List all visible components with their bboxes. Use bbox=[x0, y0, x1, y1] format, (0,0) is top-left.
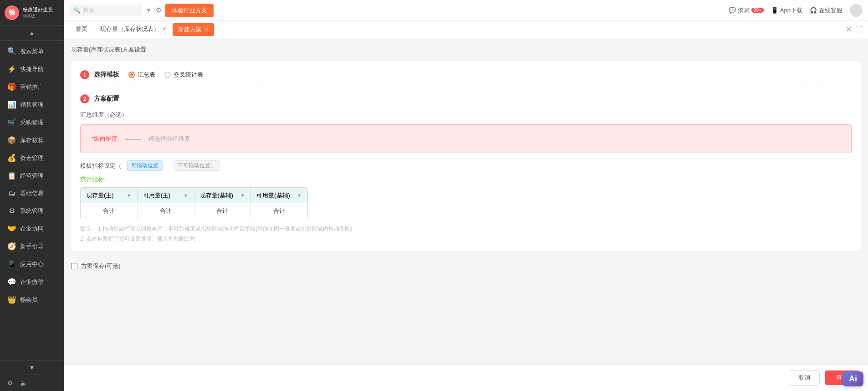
step2-header: 2 方案配置 bbox=[80, 94, 852, 103]
summary-dim-label: 汇总维度（必选） bbox=[80, 111, 852, 119]
stats-col-header[interactable]: 可用量(主)▼ bbox=[138, 188, 194, 203]
stats-col-header[interactable]: 现存量(基辅)▼ bbox=[194, 188, 251, 203]
stats-section: 统计指标 现存量(主)▼可用量(主)▼现存量(基辅)▼可用量(基辅)▼ 合计合计… bbox=[80, 175, 852, 221]
expand-panel-button[interactable]: ⛶ bbox=[855, 25, 863, 34]
sidebar-item-app-center[interactable]: 📱应用中心 bbox=[0, 255, 64, 273]
sidebar-item-basic[interactable]: 🗂基础信息 bbox=[0, 185, 64, 202]
sidebar-icon-sales: 📊 bbox=[7, 100, 16, 109]
tab-expand-controls: ✕ ⛶ bbox=[846, 25, 863, 34]
sidebar-item-wechat[interactable]: 💬企业微信 bbox=[0, 273, 64, 291]
sidebar-item-enterprise[interactable]: 🤝企业协同 bbox=[0, 220, 64, 237]
sidebar-footer: ⚙ 🔈 bbox=[0, 375, 64, 391]
sidebar-icon-basic: 🗂 bbox=[7, 189, 16, 197]
sidebar-label-purchase: 采购管理 bbox=[20, 118, 44, 127]
stats-table-body: 合计合计合计合计 bbox=[81, 203, 307, 219]
tab-home[interactable]: 首页 bbox=[69, 21, 94, 38]
stats-col-body: 合计 bbox=[81, 203, 138, 219]
messages-item[interactable]: 💬 消息 99+ bbox=[729, 6, 764, 15]
topbar-right: 💬 消息 99+ 📱 App下载 🎧 在线客服 bbox=[729, 4, 863, 17]
sidebar-item-management[interactable]: 📋经营管理 bbox=[0, 167, 64, 185]
sidebar-label-newbie: 新手引导 bbox=[20, 242, 44, 251]
tab-inventory[interactable]: 现存量（库存状况表） ✕ bbox=[94, 21, 173, 38]
topbar-gear-icon[interactable]: ⚙ bbox=[155, 6, 162, 15]
topbar: 🔍 搜索 ▼ ⚙ 体验行业方案 💬 消息 99+ 📱 App下载 🎧 在线客服 bbox=[64, 0, 868, 21]
tag-draggable: 可拖动位置 bbox=[127, 160, 163, 171]
sidebar: 畅 畅康通好生意 标准版 ▲ 🔍搜索菜单⚡快捷导航🎁营销推广📊销售管理🛒采购管理… bbox=[0, 0, 64, 391]
cancel-button[interactable]: 取消 bbox=[789, 370, 820, 386]
sidebar-icon-finance: 💰 bbox=[7, 154, 16, 162]
sidebar-item-inventory[interactable]: 📦库存核算 bbox=[0, 131, 64, 149]
sidebar-item-system[interactable]: ⚙系统管理 bbox=[0, 202, 64, 220]
plan-config-card: 1 选择模板 汇总表 交叉统计表 2 方案配置 bbox=[71, 61, 861, 251]
radio-cross[interactable]: 交叉统计表 bbox=[164, 71, 203, 79]
radio-cross-circle bbox=[164, 72, 171, 78]
save-label: 方案保存(可选) bbox=[81, 262, 121, 270]
topbar-dropdown-icon[interactable]: ▼ bbox=[146, 7, 152, 14]
close-panel-button[interactable]: ✕ bbox=[846, 25, 852, 34]
scroll-down-button[interactable]: ▼ bbox=[0, 362, 64, 373]
ai-float-button[interactable]: Ai bbox=[842, 371, 863, 386]
step1-header: 1 选择模板 汇总表 交叉统计表 bbox=[80, 70, 852, 79]
stats-table: 现存量(主)▼可用量(主)▼现存量(基辅)▼可用量(基辅)▼ 合计合计合计合计 bbox=[80, 187, 308, 219]
content-area: 现存量(库存状况表)方案设置 1 选择模板 汇总表 交叉统计表 bbox=[64, 38, 868, 364]
radio-summary[interactable]: 汇总表 bbox=[128, 71, 155, 79]
sidebar-item-newbie[interactable]: 🧭新手引导 bbox=[0, 237, 64, 255]
search-bar[interactable]: 🔍 搜索 bbox=[69, 5, 142, 16]
save-row: 方案保存(可选) bbox=[71, 257, 861, 276]
sidebar-icon-search: 🔍 bbox=[7, 47, 16, 56]
save-checkbox[interactable] bbox=[71, 263, 77, 269]
tag-fixed: 不可拖动位置） bbox=[174, 160, 220, 171]
audio-icon[interactable]: 🔈 bbox=[20, 380, 27, 386]
sidebar-label-search: 搜索菜单 bbox=[20, 47, 44, 56]
main-area: 🔍 搜索 ▼ ⚙ 体验行业方案 💬 消息 99+ 📱 App下载 🎧 在线客服 bbox=[64, 0, 868, 391]
dim-required-row[interactable]: *纵向维度 —— 请选择分组维度 bbox=[80, 124, 852, 153]
template-radio-group: 汇总表 交叉统计表 bbox=[128, 71, 203, 79]
sidebar-label-sales: 销售管理 bbox=[20, 101, 44, 109]
headset-icon: 🎧 bbox=[810, 7, 817, 14]
sidebar-item-marketing[interactable]: 🎁营销推广 bbox=[0, 78, 64, 96]
sidebar-logo: 畅 畅康通好生意 标准版 bbox=[0, 0, 64, 26]
logo-icon: 畅 bbox=[5, 5, 19, 20]
sidebar-label-member: 畅会员 bbox=[20, 296, 38, 304]
app-download-item[interactable]: 📱 App下载 bbox=[771, 6, 802, 15]
radio-summary-circle bbox=[128, 72, 135, 78]
scroll-up-button[interactable]: ▲ bbox=[0, 28, 64, 38]
sidebar-label-marketing: 营销推广 bbox=[20, 83, 44, 91]
stats-col-header[interactable]: 现存量(主)▼ bbox=[81, 188, 138, 203]
settings-icon[interactable]: ⚙ bbox=[7, 380, 13, 386]
sidebar-item-search[interactable]: 🔍搜索菜单 bbox=[0, 42, 64, 60]
sidebar-icon-inventory: 📦 bbox=[7, 136, 16, 144]
tab-new-plan[interactable]: 新建方案 ✕ bbox=[173, 23, 214, 36]
sidebar-label-finance: 资金管理 bbox=[20, 154, 44, 162]
chevron-down-icon: ▼ bbox=[127, 193, 132, 198]
sidebar-item-shortcut[interactable]: ⚡快捷导航 bbox=[0, 60, 64, 78]
industry-plan-button[interactable]: 体验行业方案 bbox=[165, 4, 214, 17]
sidebar-icon-member: 👑 bbox=[7, 295, 16, 304]
tabs-bar: 首页 现存量（库存状况表） ✕ 新建方案 ✕ ✕ ⛶ bbox=[64, 21, 868, 38]
sidebar-label-app-center: 应用中心 bbox=[20, 260, 44, 268]
close-new-plan-tab[interactable]: ✕ bbox=[204, 26, 209, 32]
logo-text: 畅康通好生意 标准版 bbox=[23, 6, 53, 19]
sidebar-icon-wechat: 💬 bbox=[7, 278, 16, 286]
sidebar-label-enterprise: 企业协同 bbox=[20, 225, 44, 233]
sidebar-label-inventory: 库存核算 bbox=[20, 136, 44, 144]
sidebar-item-purchase[interactable]: 🛒采购管理 bbox=[0, 113, 64, 131]
stats-col-header[interactable]: 可用量(基辅)▼ bbox=[251, 188, 307, 203]
step2-number: 2 bbox=[80, 94, 89, 103]
sidebar-nav: 🔍搜索菜单⚡快捷导航🎁营销推广📊销售管理🛒采购管理📦库存核算💰资金管理📋经营管理… bbox=[0, 41, 64, 360]
sidebar-item-finance[interactable]: 💰资金管理 bbox=[0, 149, 64, 167]
online-service-item[interactable]: 🎧 在线客服 bbox=[810, 6, 842, 15]
tip-item: 2. 点击标题栏下拉可设置排序、插入列和删除列 bbox=[80, 234, 852, 244]
search-icon: 🔍 bbox=[74, 7, 81, 14]
sidebar-item-sales[interactable]: 📊销售管理 bbox=[0, 96, 64, 113]
close-inventory-tab[interactable]: ✕ bbox=[162, 26, 166, 32]
user-avatar[interactable] bbox=[850, 4, 863, 17]
dim-arrow: —— bbox=[125, 134, 141, 144]
sidebar-icon-marketing: 🎁 bbox=[7, 82, 16, 91]
sidebar-item-member[interactable]: 👑畅会员 bbox=[0, 291, 64, 309]
sidebar-icon-shortcut: ⚡ bbox=[7, 65, 16, 73]
sidebar-icon-newbie: 🧭 bbox=[7, 242, 16, 251]
stats-table-header: 现存量(主)▼可用量(主)▼现存量(基辅)▼可用量(基辅)▼ bbox=[81, 188, 307, 203]
sidebar-label-system: 系统管理 bbox=[20, 207, 44, 215]
indicator-setting-row: 模板指标设定（ 可拖动位置 不可拖动位置） bbox=[80, 160, 852, 171]
